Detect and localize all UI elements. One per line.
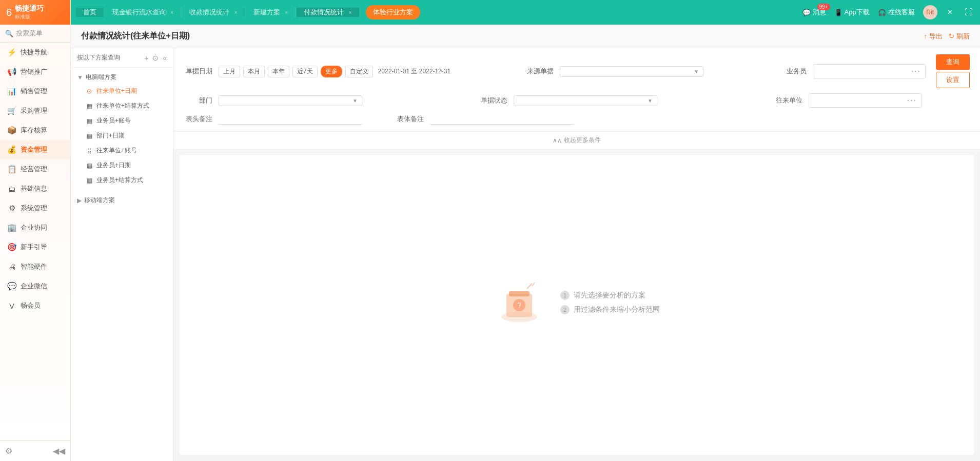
user-avatar[interactable]: Rit xyxy=(923,5,937,19)
svg-rect-2 xyxy=(509,291,530,296)
sidebar-item-sales[interactable]: 📊 销售管理 xyxy=(0,82,70,101)
pc-group-label: 电脑端方案 xyxy=(86,73,116,82)
sidebar-item-enterprise[interactable]: 🏢 企业协同 xyxy=(0,218,70,237)
date-options: 上月 本月 本年 近7天 更多 自定义 2022-01-01 至 2022-12… xyxy=(219,66,450,77)
source-select[interactable]: ▼ xyxy=(560,66,703,77)
app-download-btn[interactable]: 📱 App下载 xyxy=(834,8,870,17)
sidebar-settings-icon[interactable]: ⚙ xyxy=(5,446,12,456)
date-opt-this-year[interactable]: 本年 xyxy=(268,66,289,77)
tab-new-scheme[interactable]: 新建方案 × xyxy=(246,8,296,17)
partner-more-icon[interactable]: ··· xyxy=(907,96,917,105)
mobile-group-title[interactable]: ▶ 移动端方案 xyxy=(71,194,173,207)
dept-select[interactable]: ▼ xyxy=(219,95,362,106)
scheme-icon: ▦ xyxy=(85,176,93,185)
date-opt-last-month[interactable]: 上月 xyxy=(219,66,240,77)
sidebar: 6 畅捷通巧 标准版 🔍 搜索菜单 ⚡ 快捷导航 📢 营销推广 📊 销售管理 🛒… xyxy=(0,0,71,461)
sidebar-item-label: 畅会员 xyxy=(21,301,41,310)
sidebar-item-guide[interactable]: 🎯 新手引导 xyxy=(0,237,70,257)
capital-icon: 💰 xyxy=(7,145,16,154)
scheme-staff-account[interactable]: ▦ 业务员+账号 xyxy=(71,113,173,128)
status-select[interactable]: ▼ xyxy=(514,95,657,106)
scheme-label: 业务员+账号 xyxy=(96,116,131,125)
message-badge: 99+ xyxy=(817,4,830,10)
trial-btn[interactable]: 体验行业方案 xyxy=(366,5,420,19)
staff-filter-label: 业务员 xyxy=(778,67,807,76)
sidebar-item-marketing[interactable]: 📢 营销推广 xyxy=(0,62,70,82)
staff-more-icon[interactable]: ··· xyxy=(911,67,921,76)
refresh-btn[interactable]: ↻ 刷新 xyxy=(949,32,970,41)
empty-illustration: ? xyxy=(494,278,545,331)
sidebar-item-wechat[interactable]: 💬 企业微信 xyxy=(0,276,70,296)
scheme-staff-settle[interactable]: ▦ 业务员+结算方式 xyxy=(71,173,173,188)
sidebar-item-basic-info[interactable]: 🗂 基础信息 xyxy=(0,179,70,198)
date-opt-more[interactable]: 更多 xyxy=(321,66,342,77)
query-btn[interactable]: 查询 xyxy=(936,54,970,70)
sidebar-item-inventory[interactable]: 📦 库存核算 xyxy=(0,121,70,140)
filter-row-2: 部门 ▼ 单据状态 ▼ 往来单位 xyxy=(184,93,970,108)
scheme-dept-date[interactable]: ▦ 部门+日期 xyxy=(71,128,173,143)
scheme-staff-date[interactable]: ▦ 业务员+日期 xyxy=(71,158,173,173)
topbar-actions: 💬 消息 99+ 📱 App下载 🎧 在线客服 Rit × ⛶ xyxy=(802,5,975,19)
tab-payment-close[interactable]: × xyxy=(348,9,351,15)
scheme-unit-settle[interactable]: ▦ 往来单位+结算方式 xyxy=(71,98,173,113)
left-panel-title: 按以下方案查询 xyxy=(77,53,120,62)
page-header-actions: ↑ 导出 ↻ 刷新 xyxy=(924,32,970,41)
sidebar-item-hardware[interactable]: 🖨 智能硬件 xyxy=(0,257,70,276)
tab-home-label: 首页 xyxy=(83,8,96,17)
member-icon: V xyxy=(7,301,16,310)
collapse-more-btn[interactable]: ∧∧ 收起更多条件 xyxy=(173,131,980,149)
date-opt-this-month[interactable]: 本月 xyxy=(243,66,265,77)
sidebar-item-label: 快捷导航 xyxy=(21,48,47,57)
header-note-input[interactable] xyxy=(219,113,362,125)
app-download-label: App下载 xyxy=(845,8,870,17)
sidebar-item-purchase[interactable]: 🛒 采购管理 xyxy=(0,101,70,121)
add-scheme-btn[interactable]: + xyxy=(144,54,148,62)
tab-bank-flow-close[interactable]: × xyxy=(170,9,173,15)
scheme-unit-account[interactable]: ⣿ 往来单位+账号 xyxy=(71,143,173,158)
sidebar-item-label: 资金管理 xyxy=(21,145,47,154)
body-note-input[interactable] xyxy=(430,113,574,125)
scheme-settings-btn[interactable]: ⊙ xyxy=(152,54,159,62)
sidebar-nav: ⚡ 快捷导航 📢 营销推广 📊 销售管理 🛒 采购管理 📦 库存核算 💰 资金管… xyxy=(0,43,70,440)
svg-text:?: ? xyxy=(517,301,521,309)
logo-icon: 6 xyxy=(6,7,12,18)
dept-filter-label: 部门 xyxy=(184,96,212,105)
sidebar-item-label: 采购管理 xyxy=(21,106,47,115)
sidebar-item-capital[interactable]: 💰 资金管理 xyxy=(0,140,70,159)
staff-select[interactable]: ··· xyxy=(813,64,926,78)
export-label: 导出 xyxy=(929,32,943,41)
sidebar-collapse-btn[interactable]: ◀◀ xyxy=(53,446,65,456)
date-opt-custom[interactable]: 自定义 xyxy=(345,66,373,77)
tab-receivable[interactable]: 收款情况统计 × xyxy=(182,8,245,17)
sidebar-item-label: 营销推广 xyxy=(21,67,47,76)
partner-select[interactable]: ··· xyxy=(809,93,922,108)
sidebar-item-operations[interactable]: 📋 经营管理 xyxy=(0,159,70,179)
panel-collapse-btn[interactable]: « xyxy=(163,54,167,62)
page-body: 按以下方案查询 + ⊙ « ▼ 电脑端方案 ⊙ 往来单位+日期 xyxy=(71,48,980,461)
body-note-label: 表体备注 xyxy=(395,114,424,124)
export-btn[interactable]: ↑ 导出 xyxy=(924,32,943,41)
sidebar-item-system[interactable]: ⚙ 系统管理 xyxy=(0,198,70,218)
window-expand-btn[interactable]: ⛶ xyxy=(963,6,975,19)
mobile-group-label: 移动端方案 xyxy=(84,196,115,205)
window-close-btn[interactable]: × xyxy=(946,6,954,19)
tab-new-scheme-close[interactable]: × xyxy=(285,9,288,15)
pc-scheme-group: ▼ 电脑端方案 ⊙ 往来单位+日期 ▦ 往来单位+结算方式 ▦ 业务员+账号 xyxy=(71,68,173,191)
pc-group-title[interactable]: ▼ 电脑端方案 xyxy=(71,71,173,84)
marketing-icon: 📢 xyxy=(7,67,16,76)
tab-payment[interactable]: 付款情况统计 × xyxy=(297,8,359,17)
sidebar-item-quick-nav[interactable]: ⚡ 快捷导航 xyxy=(0,43,70,62)
sidebar-item-member[interactable]: V 畅会员 xyxy=(0,296,70,315)
tab-receivable-close[interactable]: × xyxy=(234,9,237,15)
settings-btn[interactable]: 设置 xyxy=(936,72,970,88)
date-opt-7days[interactable]: 近7天 xyxy=(292,66,318,77)
tab-home[interactable]: 首页 xyxy=(76,8,104,17)
online-service-btn[interactable]: 🎧 在线客服 xyxy=(878,8,915,17)
message-btn[interactable]: 💬 消息 99+ xyxy=(802,8,826,17)
scheme-unit-date[interactable]: ⊙ 往来单位+日期 xyxy=(71,84,173,98)
export-icon: ↑ xyxy=(924,32,928,40)
tab-bank-flow[interactable]: 现金银行流水查询 × xyxy=(105,8,181,17)
search-menu[interactable]: 🔍 搜索菜单 xyxy=(0,25,70,43)
empty-hints: 1 请先选择要分析的方案 2 用过滤条件来缩小分析范围 xyxy=(560,291,660,319)
status-chevron-icon: ▼ xyxy=(648,98,653,104)
